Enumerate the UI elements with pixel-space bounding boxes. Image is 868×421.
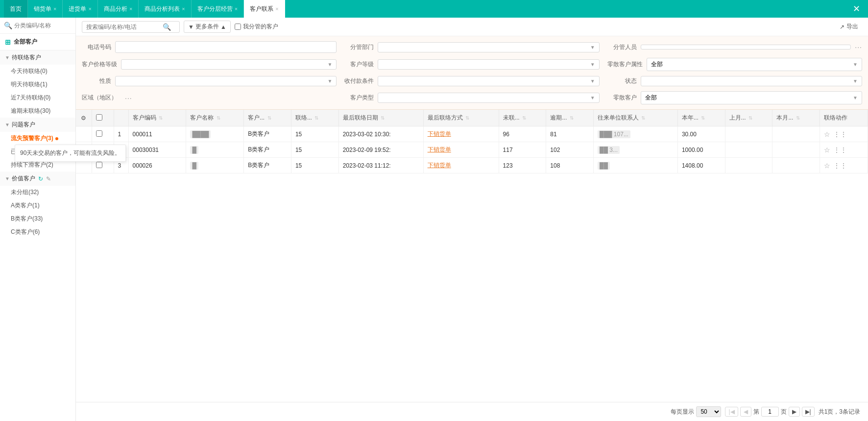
row-last-date: 2023-03-02 10:30:	[338, 126, 423, 142]
sidebar-search-input[interactable]	[14, 22, 76, 29]
refresh-icon[interactable]: ↻	[38, 175, 43, 182]
edit-icon[interactable]: ✎	[46, 175, 51, 182]
col-unit-contact[interactable]: 往来单位联系人 ⇅	[594, 110, 678, 126]
row-select-checkbox[interactable]	[96, 130, 102, 137]
my-customers-checkbox-row[interactable]: 我分管的客户	[235, 23, 278, 31]
sort-uncontacted-icon: ⇅	[522, 115, 526, 121]
sidebar-item-today-pending[interactable]: 今天待联络(0)	[0, 65, 75, 78]
row-settings	[76, 126, 92, 142]
sidebar-item-b-class[interactable]: B类客户(33)	[0, 212, 75, 225]
col-last-date[interactable]: 最后联络日期 ⇅	[338, 110, 423, 126]
tab-analysis[interactable]: 商品分析 ×	[98, 0, 139, 18]
sidebar-item-tomorrow-pending[interactable]: 明天待联络(1)	[0, 78, 75, 91]
col-contact[interactable]: 联络... ⇅	[291, 110, 338, 126]
more-conditions-button[interactable]: ▼ 更多条件 ▲	[184, 21, 231, 33]
close-analysis-list-icon[interactable]: ×	[182, 6, 185, 12]
filter-nature-select[interactable]: ▼	[115, 76, 337, 86]
tab-home[interactable]: 首页	[4, 0, 28, 18]
section-problem-title[interactable]: ▼ 问题客户	[0, 118, 75, 132]
search-button-icon[interactable]: 🔍	[163, 23, 171, 31]
filter-customer-type-label: 客户类型	[344, 94, 374, 102]
tab-customer-contact[interactable]: 客户联系 ×	[244, 0, 285, 18]
col-name[interactable]: 客户名称 ⇅	[186, 110, 244, 126]
filter-phone-label: 电话号码	[82, 43, 111, 51]
sidebar-item-churn-warning[interactable]: 流失预警客户(3)	[0, 132, 75, 145]
filter-retail-attr: 零散客户属性 全部 ▼	[607, 58, 862, 71]
col-uncontacted[interactable]: 未联... ⇅	[499, 110, 546, 126]
filter-region-dots[interactable]: ···	[125, 94, 132, 102]
last-page-button[interactable]: ▶|	[802, 407, 815, 417]
last-method-link[interactable]: 下销货单	[428, 130, 451, 137]
tab-customer-contact-label: 客户联系	[250, 5, 273, 13]
section-pending-contact-title[interactable]: ▼ 待联络客户	[0, 50, 75, 65]
more-actions-icon[interactable]: ⋮⋮	[833, 146, 847, 154]
contact-icon[interactable]: ☆	[824, 146, 830, 154]
filter-manager: 分管人员 ··· 查询 设置	[607, 41, 862, 53]
filter-grade-select[interactable]: ▼	[378, 59, 599, 70]
contact-icon[interactable]: ☆	[824, 130, 830, 138]
sidebar-item-7days-pending[interactable]: 近7天待联络(0)	[0, 91, 75, 104]
row-name: █	[186, 158, 244, 173]
prev-page-button[interactable]: ◀	[740, 407, 751, 417]
toolbar: 🔍 ▼ 更多条件 ▲ 我分管的客户 ↗ 导出	[76, 18, 868, 36]
search-input[interactable]	[86, 24, 160, 30]
sort-unit-icon: ⇅	[641, 115, 645, 121]
filter-manager-select[interactable]	[641, 45, 851, 50]
last-method-link[interactable]: 下销货单	[428, 162, 451, 169]
section-value-title[interactable]: ▼ 价值客户 ↻ ✎	[0, 172, 75, 186]
all-customers-label: 全部客户	[14, 38, 37, 46]
filter-retail-attr-select[interactable]: 全部 ▼	[647, 58, 862, 71]
tab-customer-tier[interactable]: 客户分层经营 ×	[192, 0, 244, 18]
next-page-button[interactable]: ▶	[789, 407, 800, 417]
filter-customer-type-select[interactable]: ▼	[378, 93, 599, 103]
filter-price-tier-select[interactable]: ▼	[121, 59, 337, 70]
tab-analysis-list[interactable]: 商品分析列表 ×	[139, 0, 191, 18]
sidebar-item-overdue-pending[interactable]: 逾期未联络(30)	[0, 104, 75, 118]
col-overdue[interactable]: 逾期... ⇅	[546, 110, 594, 126]
my-customers-checkbox[interactable]	[235, 24, 241, 30]
col-last-method[interactable]: 最后联络方式 ⇅	[423, 110, 499, 126]
pagination-nav: |◀ ◀ 第 页 ▶ ▶|	[725, 407, 814, 417]
select-all-checkbox[interactable]	[96, 114, 102, 121]
more-actions-icon[interactable]: ⋮⋮	[833, 162, 847, 170]
tab-sales[interactable]: 销货单 ×	[28, 0, 63, 18]
filter-phone-input[interactable]	[115, 41, 337, 53]
close-analysis-icon[interactable]: ×	[129, 6, 132, 12]
filter-status-select[interactable]: ▼	[641, 76, 862, 86]
section-value-label: 价值客户	[12, 174, 35, 183]
tab-purchase[interactable]: 进货单 ×	[63, 0, 97, 18]
sidebar-item-c-class[interactable]: C类客户(6)	[0, 225, 75, 239]
last-method-link[interactable]: 下销货单	[428, 146, 451, 153]
col-settings[interactable]: ⚙	[76, 110, 92, 126]
filter-manager-dots[interactable]: ···	[855, 43, 862, 51]
all-customers-item[interactable]: ⊞ 全部客户	[0, 34, 75, 50]
row-select-checkbox[interactable]	[96, 162, 102, 168]
close-sales-icon[interactable]: ×	[53, 6, 56, 12]
col-this-year[interactable]: 本年... ⇅	[677, 110, 725, 126]
col-this-month[interactable]: 本月... ⇅	[772, 110, 820, 126]
row-actions: ☆ ⋮⋮	[820, 142, 868, 158]
more-actions-icon[interactable]: ⋮⋮	[833, 130, 847, 138]
close-customer-contact-icon[interactable]: ×	[275, 6, 278, 12]
sidebar-search-row: 🔍 «	[0, 18, 75, 34]
col-last-month[interactable]: 上月... ⇅	[725, 110, 772, 126]
section-pending-label: 待联络客户	[12, 53, 41, 62]
close-purchase-icon[interactable]: ×	[88, 6, 91, 12]
close-customer-tier-icon[interactable]: ×	[235, 6, 238, 12]
filter-retail-select[interactable]: 全部 ▼	[641, 91, 862, 104]
sidebar-item-a-class[interactable]: A类客户(1)	[0, 199, 75, 212]
first-page-button[interactable]: |◀	[725, 407, 738, 417]
sidebar-item-ungrouped[interactable]: 未分组(32)	[0, 186, 75, 199]
per-page-select[interactable]: 50 100 200	[696, 406, 721, 417]
filter-payment-select[interactable]: ▼	[378, 76, 599, 86]
contact-icon[interactable]: ☆	[824, 162, 830, 170]
page-number-input[interactable]	[761, 407, 779, 417]
row-checkbox	[92, 126, 114, 142]
col-code[interactable]: 客户编码 ⇅	[128, 110, 186, 126]
col-type[interactable]: 客户... ⇅	[244, 110, 291, 126]
window-close-button[interactable]: ✕	[849, 3, 864, 14]
filter-retail-attr-value: 全部	[651, 60, 663, 69]
sort-overdue-icon: ⇅	[570, 115, 574, 121]
export-button[interactable]: ↗ 导出	[836, 21, 862, 32]
filter-dept-select[interactable]: ▼	[378, 42, 599, 52]
